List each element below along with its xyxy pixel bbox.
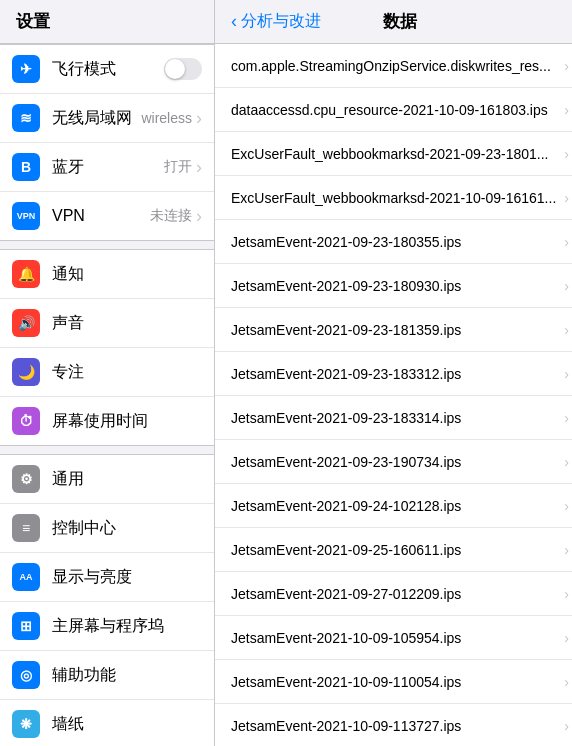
controlcenter-icon: ≡ — [12, 514, 40, 542]
file-chevron-icon: › — [564, 630, 569, 646]
controlcenter-label: 控制中心 — [52, 518, 202, 539]
file-chevron-icon: › — [564, 586, 569, 602]
bluetooth-label: 蓝牙 — [52, 157, 164, 178]
file-list-item[interactable]: JetsamEvent-2021-09-23-190734.ips› — [215, 440, 572, 484]
airplane-icon: ✈ — [12, 55, 40, 83]
file-chevron-icon: › — [564, 322, 569, 338]
accessibility-icon: ◎ — [12, 661, 40, 689]
file-list-item[interactable]: ExcUserFault_webbookmarksd-2021-09-23-18… — [215, 132, 572, 176]
file-list-item[interactable]: JetsamEvent-2021-09-23-180355.ips› — [215, 220, 572, 264]
vpn-icon: VPN — [12, 202, 40, 230]
display-label: 显示与亮度 — [52, 567, 202, 588]
homescreen-icon: ⊞ — [12, 612, 40, 640]
sidebar-item-wifi[interactable]: ≋无线局域网wireless› — [0, 94, 214, 143]
file-name: JetsamEvent-2021-10-09-105954.ips — [231, 630, 564, 646]
bluetooth-value: 打开 — [164, 158, 192, 176]
file-name: JetsamEvent-2021-09-23-190734.ips — [231, 454, 564, 470]
file-name: ExcUserFault_webbookmarksd-2021-09-23-18… — [231, 146, 564, 162]
file-name: JetsamEvent-2021-09-23-180930.ips — [231, 278, 564, 294]
sidebar-item-focus[interactable]: 🌙专注 — [0, 348, 214, 397]
sidebar-group-1: 🔔通知🔊声音🌙专注⏱屏幕使用时间 — [0, 249, 214, 446]
file-list-item[interactable]: JetsamEvent-2021-09-23-181359.ips› — [215, 308, 572, 352]
notification-icon: 🔔 — [12, 260, 40, 288]
sidebar-content: ✈飞行模式≋无线局域网wireless›B蓝牙打开›VPNVPN未连接›🔔通知🔊… — [0, 44, 214, 746]
file-list-item[interactable]: JetsamEvent-2021-09-23-183314.ips› — [215, 396, 572, 440]
focus-label: 专注 — [52, 362, 202, 383]
back-chevron-icon: ‹ — [231, 11, 237, 32]
file-list-item[interactable]: dataaccessd.cpu_resource-2021-10-09-1618… — [215, 88, 572, 132]
focus-icon: 🌙 — [12, 358, 40, 386]
file-chevron-icon: › — [564, 366, 569, 382]
file-list-item[interactable]: JetsamEvent-2021-10-09-110054.ips› — [215, 660, 572, 704]
wifi-chevron-icon: › — [196, 108, 202, 129]
file-name: JetsamEvent-2021-09-27-012209.ips — [231, 586, 564, 602]
sidebar-item-accessibility[interactable]: ◎辅助功能 — [0, 651, 214, 700]
wifi-icon: ≋ — [12, 104, 40, 132]
right-panel-title: 数据 — [383, 10, 417, 33]
sidebar-item-bluetooth[interactable]: B蓝牙打开› — [0, 143, 214, 192]
sidebar-item-homescreen[interactable]: ⊞主屏幕与程序坞 — [0, 602, 214, 651]
file-name: ExcUserFault_webbookmarksd-2021-10-09-16… — [231, 190, 564, 206]
screentime-label: 屏幕使用时间 — [52, 411, 202, 432]
sidebar-item-controlcenter[interactable]: ≡控制中心 — [0, 504, 214, 553]
sidebar-item-general[interactable]: ⚙通用 — [0, 455, 214, 504]
file-list-item[interactable]: JetsamEvent-2021-09-23-180930.ips› — [215, 264, 572, 308]
sound-icon: 🔊 — [12, 309, 40, 337]
homescreen-label: 主屏幕与程序坞 — [52, 616, 202, 637]
sound-label: 声音 — [52, 313, 202, 334]
file-list-item[interactable]: JetsamEvent-2021-09-27-012209.ips› — [215, 572, 572, 616]
sidebar-item-notification[interactable]: 🔔通知 — [0, 250, 214, 299]
back-button[interactable]: ‹ 分析与改进 — [231, 11, 321, 32]
vpn-value: 未连接 — [150, 207, 192, 225]
right-panel: ‹ 分析与改进 数据 com.apple.StreamingOnzipServi… — [215, 0, 572, 746]
bluetooth-chevron-icon: › — [196, 157, 202, 178]
file-chevron-icon: › — [564, 718, 569, 734]
sidebar: 设置 ✈飞行模式≋无线局域网wireless›B蓝牙打开›VPNVPN未连接›🔔… — [0, 0, 215, 746]
file-name: JetsamEvent-2021-09-24-102128.ips — [231, 498, 564, 514]
general-label: 通用 — [52, 469, 202, 490]
wallpaper-icon: ❋ — [12, 710, 40, 738]
airplane-toggle[interactable] — [164, 58, 202, 80]
file-chevron-icon: › — [564, 542, 569, 558]
file-list-item[interactable]: JetsamEvent-2021-09-23-183312.ips› — [215, 352, 572, 396]
file-chevron-icon: › — [564, 498, 569, 514]
sidebar-item-display[interactable]: AA显示与亮度 — [0, 553, 214, 602]
airplane-label: 飞行模式 — [52, 59, 164, 80]
file-name: JetsamEvent-2021-09-25-160611.ips — [231, 542, 564, 558]
file-chevron-icon: › — [564, 146, 569, 162]
sidebar-header: 设置 — [0, 0, 214, 44]
accessibility-label: 辅助功能 — [52, 665, 202, 686]
file-chevron-icon: › — [564, 234, 569, 250]
sidebar-item-vpn[interactable]: VPNVPN未连接› — [0, 192, 214, 240]
sidebar-item-sound[interactable]: 🔊声音 — [0, 299, 214, 348]
display-icon: AA — [12, 563, 40, 591]
file-name: JetsamEvent-2021-09-23-180355.ips — [231, 234, 564, 250]
sidebar-item-screentime[interactable]: ⏱屏幕使用时间 — [0, 397, 214, 445]
file-chevron-icon: › — [564, 674, 569, 690]
notification-label: 通知 — [52, 264, 202, 285]
file-list-item[interactable]: ExcUserFault_webbookmarksd-2021-10-09-16… — [215, 176, 572, 220]
file-chevron-icon: › — [564, 58, 569, 74]
airplane-toggle-knob — [165, 59, 185, 79]
file-name: dataaccessd.cpu_resource-2021-10-09-1618… — [231, 102, 564, 118]
sidebar-group-2: ⚙通用≡控制中心AA显示与亮度⊞主屏幕与程序坞◎辅助功能❋墙纸◉Siri 与搜索… — [0, 454, 214, 746]
file-name: com.apple.StreamingOnzipService.diskwrit… — [231, 58, 564, 74]
file-name: JetsamEvent-2021-09-23-183312.ips — [231, 366, 564, 382]
sidebar-group-0: ✈飞行模式≋无线局域网wireless›B蓝牙打开›VPNVPN未连接› — [0, 44, 214, 241]
file-list-item[interactable]: JetsamEvent-2021-10-09-113727.ips› — [215, 704, 572, 746]
file-list-item[interactable]: com.apple.StreamingOnzipService.diskwrit… — [215, 44, 572, 88]
file-list-item[interactable]: JetsamEvent-2021-09-25-160611.ips› — [215, 528, 572, 572]
right-header: ‹ 分析与改进 数据 — [215, 0, 572, 44]
file-list-item[interactable]: JetsamEvent-2021-09-24-102128.ips› — [215, 484, 572, 528]
vpn-label: VPN — [52, 207, 150, 225]
general-icon: ⚙ — [12, 465, 40, 493]
file-list-item[interactable]: JetsamEvent-2021-10-09-105954.ips› — [215, 616, 572, 660]
sidebar-item-wallpaper[interactable]: ❋墙纸 — [0, 700, 214, 746]
back-label: 分析与改进 — [241, 11, 321, 32]
file-name: JetsamEvent-2021-09-23-183314.ips — [231, 410, 564, 426]
sidebar-item-airplane[interactable]: ✈飞行模式 — [0, 45, 214, 94]
file-chevron-icon: › — [564, 190, 569, 206]
file-chevron-icon: › — [564, 410, 569, 426]
file-name: JetsamEvent-2021-09-23-181359.ips — [231, 322, 564, 338]
file-chevron-icon: › — [564, 278, 569, 294]
